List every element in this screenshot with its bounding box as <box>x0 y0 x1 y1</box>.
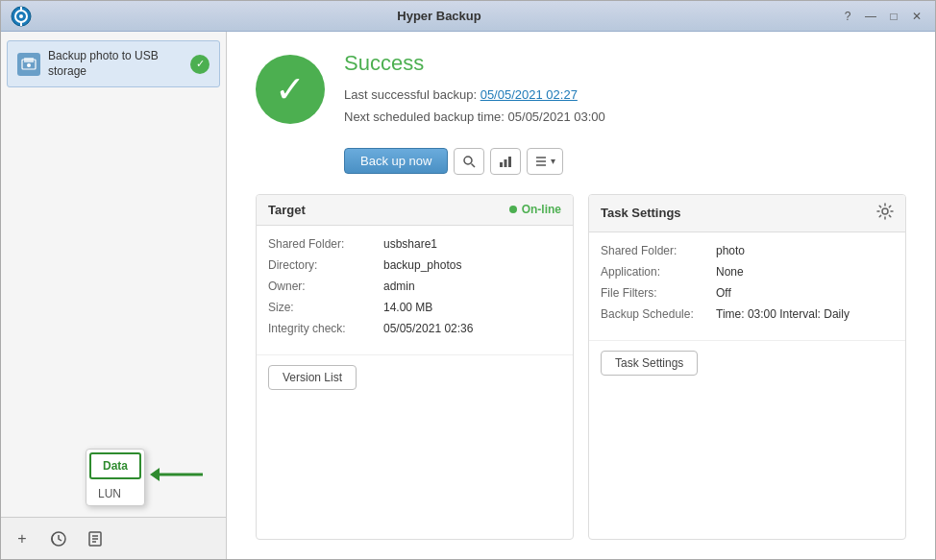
help-button[interactable]: ? <box>839 8 856 25</box>
tooltip-popup: Data LUN <box>86 449 145 506</box>
content-area: ✓ Success Last successful backup: 05/05/… <box>227 32 935 559</box>
sidebar-items: Backup photo to USB storage ✓ <box>1 32 226 517</box>
target-value-2: admin <box>383 280 415 293</box>
task-label-3: Backup Schedule: <box>601 307 716 321</box>
target-row-1: Directory: backup_photos <box>268 258 561 272</box>
svg-point-7 <box>27 63 31 67</box>
svg-line-16 <box>472 163 476 167</box>
task-panel-header: Task Settings <box>589 195 905 232</box>
backup-now-button[interactable]: Back up now <box>344 148 448 174</box>
window-title: Hyper Backup <box>39 9 839 23</box>
restore-button[interactable] <box>45 525 72 552</box>
task-panel-footer: Task Settings <box>589 340 905 385</box>
svg-marker-9 <box>150 468 160 481</box>
task-value-1: None <box>716 265 744 279</box>
svg-point-15 <box>464 157 472 164</box>
target-row-3: Size: 14.00 MB <box>268 301 561 314</box>
backup-item-icon <box>17 53 40 76</box>
task-settings-icon[interactable] <box>876 203 894 224</box>
target-value-1: backup_photos <box>383 258 461 272</box>
target-value-4: 05/05/2021 02:36 <box>383 322 473 335</box>
arrow-indicator <box>150 463 208 492</box>
success-section: ✓ Success Last successful backup: 05/05/… <box>256 51 906 129</box>
menu-button[interactable]: ▾ <box>527 148 563 175</box>
target-label-1: Directory: <box>268 258 383 272</box>
target-label-0: Shared Folder: <box>268 237 383 251</box>
log-button[interactable] <box>82 525 109 552</box>
sidebar-item-backup[interactable]: Backup photo to USB storage ✓ <box>7 40 220 87</box>
info-panels: Target On-line Shared Folder: usbshare1 <box>256 194 906 540</box>
task-row-1: Application: None <box>601 265 894 279</box>
target-label-3: Size: <box>268 301 383 314</box>
sidebar-item-label: Backup photo to USB storage <box>48 49 190 79</box>
target-panel-header: Target On-line <box>257 195 573 226</box>
success-icon: ✓ <box>256 55 325 124</box>
svg-point-23 <box>882 208 888 214</box>
status-dot <box>509 206 517 213</box>
task-row-2: File Filters: Off <box>601 286 894 300</box>
minimize-button[interactable]: — <box>862 8 879 25</box>
task-label-2: File Filters: <box>601 286 716 300</box>
action-bar: Back up now <box>344 148 906 175</box>
task-panel-body: Shared Folder: photo Application: None F… <box>589 232 905 340</box>
target-label-2: Owner: <box>268 280 383 293</box>
close-button[interactable]: ✕ <box>908 8 925 25</box>
sidebar-item-check: ✓ <box>190 55 209 74</box>
task-value-2: Off <box>716 286 731 300</box>
target-title: Target <box>268 203 306 217</box>
svg-point-2 <box>19 14 23 18</box>
stats-button[interactable] <box>490 148 521 175</box>
task-label-1: Application: <box>601 265 716 279</box>
task-row-3: Backup Schedule: Time: 03:00 Interval: D… <box>601 307 894 321</box>
task-label-0: Shared Folder: <box>601 244 716 257</box>
add-button[interactable]: + <box>9 525 36 552</box>
task-title: Task Settings <box>601 206 681 220</box>
window-controls: ? — □ ✕ <box>839 8 925 25</box>
tooltip-data[interactable]: Data <box>89 452 141 479</box>
target-panel-footer: Version List <box>257 354 573 400</box>
target-panel: Target On-line Shared Folder: usbshare1 <box>256 194 574 540</box>
sidebar: Backup photo to USB storage ✓ Data LUN + <box>1 32 227 559</box>
check-icon: ✓ <box>275 68 306 110</box>
target-value-3: 14.00 MB <box>383 301 432 314</box>
version-list-button[interactable]: Version List <box>268 365 357 390</box>
next-backup-value: 05/05/2021 03:00 <box>508 110 605 124</box>
task-row-0: Shared Folder: photo <box>601 244 894 257</box>
main-layout: Backup photo to USB storage ✓ Data LUN + <box>1 32 935 559</box>
success-info: Success Last successful backup: 05/05/20… <box>344 51 906 129</box>
svg-rect-17 <box>500 162 503 167</box>
task-panel: Task Settings Shared Folder: photo <box>588 194 906 540</box>
target-row-0: Shared Folder: usbshare1 <box>268 237 561 251</box>
svg-rect-18 <box>505 159 507 167</box>
last-backup-link[interactable]: 05/05/2021 02:27 <box>480 87 578 102</box>
sidebar-bottom: + <box>1 517 226 559</box>
status-indicator: On-line <box>509 203 561 216</box>
target-value-0: usbshare1 <box>383 237 437 251</box>
task-value-3: Time: 03:00 Interval: Daily <box>716 307 850 321</box>
target-label-4: Integrity check: <box>268 322 383 335</box>
maximize-button[interactable]: □ <box>885 8 902 25</box>
target-row-4: Integrity check: 05/05/2021 02:36 <box>268 322 561 335</box>
svg-rect-19 <box>508 157 511 167</box>
last-backup-label: Last successful backup: <box>344 87 477 102</box>
titlebar: Hyper Backup ? — □ ✕ <box>1 1 935 32</box>
status-text: On-line <box>522 203 561 216</box>
app-window: Hyper Backup ? — □ ✕ Backup <box>0 0 936 560</box>
next-backup-label: Next scheduled backup time: <box>344 110 505 124</box>
tooltip-lun[interactable]: LUN <box>86 482 144 505</box>
svg-rect-6 <box>24 58 34 62</box>
target-row-2: Owner: admin <box>268 280 561 293</box>
app-logo <box>11 6 32 27</box>
target-header-left: Target <box>268 203 306 217</box>
backup-meta: Last successful backup: 05/05/2021 02:27… <box>344 84 906 129</box>
target-panel-body: Shared Folder: usbshare1 Directory: back… <box>257 226 573 354</box>
success-title: Success <box>344 51 906 76</box>
search-button[interactable] <box>454 148 484 175</box>
task-value-0: photo <box>716 244 745 257</box>
task-settings-button[interactable]: Task Settings <box>601 351 698 376</box>
